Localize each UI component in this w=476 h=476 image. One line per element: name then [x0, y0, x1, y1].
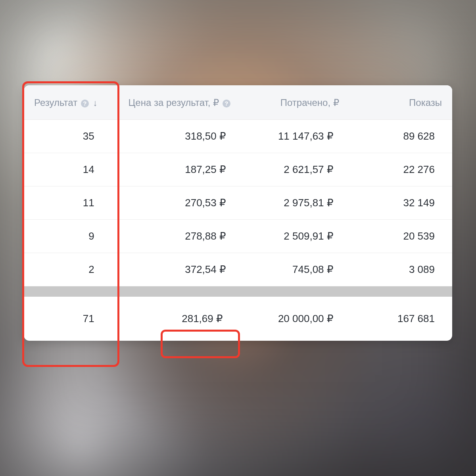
table-row[interactable]: 2 372,54 ₽ 745,08 ₽ 3 089: [24, 253, 452, 286]
cell-cost: 372,54 ₽: [118, 253, 238, 286]
cell-spent: 745,08 ₽: [238, 253, 349, 286]
column-header-impressions[interactable]: Показы: [349, 85, 452, 120]
cell-impressions: 32 149: [349, 186, 452, 220]
table-row[interactable]: 9 278,88 ₽ 2 509,91 ₽ 20 539: [24, 220, 452, 253]
table-body: 35 318,50 ₽ 11 147,63 ₽ 89 628 14 187,25…: [24, 120, 452, 341]
column-header-cost-label: Цена за результат, ₽: [129, 97, 219, 108]
table-separator-row: [24, 286, 452, 297]
cell-result: 9: [24, 220, 118, 253]
cell-result: 35: [24, 120, 118, 153]
analytics-table-card: Результат ? ↓ Цена за результат, ₽ ? Пот…: [24, 85, 452, 341]
cell-cost: 270,53 ₽: [118, 186, 238, 220]
cell-spent: 2 621,57 ₽: [238, 153, 349, 186]
cell-cost: 278,88 ₽: [118, 220, 238, 253]
cell-impressions: 3 089: [349, 253, 452, 286]
cell-impressions: 89 628: [349, 120, 452, 153]
help-icon[interactable]: ?: [223, 100, 230, 107]
total-spent: 20 000,00 ₽: [238, 297, 349, 341]
analytics-table: Результат ? ↓ Цена за результат, ₽ ? Пот…: [24, 85, 452, 341]
column-header-spent[interactable]: Потрачено, ₽: [238, 85, 349, 120]
column-header-impressions-label: Показы: [409, 97, 442, 108]
help-icon[interactable]: ?: [81, 100, 89, 107]
total-result: 71: [24, 297, 118, 341]
cell-result: 14: [24, 153, 118, 186]
table-total-row: 71 281,69 ₽ 20 000,00 ₽ 167 681: [24, 297, 452, 341]
cell-impressions: 20 539: [349, 220, 452, 253]
column-header-result-label: Результат: [34, 97, 77, 108]
cell-impressions: 22 276: [349, 153, 452, 186]
cell-spent: 2 975,81 ₽: [238, 186, 349, 220]
table-row[interactable]: 11 270,53 ₽ 2 975,81 ₽ 32 149: [24, 186, 452, 220]
cell-result: 2: [24, 253, 118, 286]
sort-descending-icon[interactable]: ↓: [93, 98, 98, 108]
cell-cost: 187,25 ₽: [118, 153, 238, 186]
cell-result: 11: [24, 186, 118, 220]
total-impressions: 167 681: [349, 297, 452, 341]
total-cost-value: 281,69 ₽: [178, 310, 226, 327]
cell-spent: 2 509,91 ₽: [238, 220, 349, 253]
column-header-cost[interactable]: Цена за результат, ₽ ?: [118, 85, 238, 120]
column-header-result[interactable]: Результат ? ↓: [24, 85, 118, 120]
cell-cost: 318,50 ₽: [118, 120, 238, 153]
cell-spent: 11 147,63 ₽: [238, 120, 349, 153]
table-row[interactable]: 14 187,25 ₽ 2 621,57 ₽ 22 276: [24, 153, 452, 186]
table-row[interactable]: 35 318,50 ₽ 11 147,63 ₽ 89 628: [24, 120, 452, 153]
table-header-row: Результат ? ↓ Цена за результат, ₽ ? Пот…: [24, 85, 452, 120]
total-cost: 281,69 ₽: [118, 297, 238, 341]
column-header-spent-label: Потрачено, ₽: [280, 97, 339, 108]
